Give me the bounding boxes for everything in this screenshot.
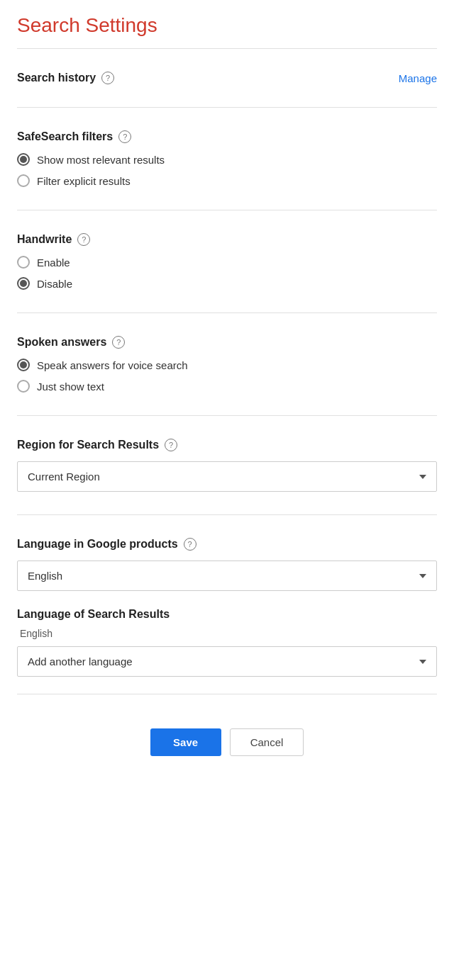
safesearch-radio-0[interactable] xyxy=(17,153,30,166)
divider-4 xyxy=(17,415,437,416)
spoken-option-1[interactable]: Just show text xyxy=(17,380,437,393)
safesearch-radio-inner-0 xyxy=(20,156,27,163)
handwrite-radio-inner-1 xyxy=(20,280,27,287)
buttons-row: Save Cancel xyxy=(17,717,437,767)
handwrite-header: Handwrite ? xyxy=(17,233,437,246)
safesearch-help-icon[interactable]: ? xyxy=(118,130,131,143)
region-selected-value: Current Region xyxy=(28,471,100,483)
handwrite-section: Handwrite ? Enable Disable xyxy=(17,222,437,301)
manage-link[interactable]: Manage xyxy=(399,72,437,84)
language-products-help-icon[interactable]: ? xyxy=(184,538,196,551)
handwrite-label-0: Enable xyxy=(37,257,70,269)
divider-1 xyxy=(17,107,437,108)
safesearch-option-0[interactable]: Show most relevant results xyxy=(17,153,437,166)
handwrite-label-1: Disable xyxy=(37,278,72,290)
language-products-section: Language in Google products ? English xyxy=(17,526,437,602)
search-history-title: Search history xyxy=(17,72,96,84)
safesearch-header: SafeSearch filters ? xyxy=(17,130,437,143)
spoken-answers-title: Spoken answers xyxy=(17,336,106,349)
language-products-chevron-icon xyxy=(419,574,426,578)
search-history-section: Search history ? Manage xyxy=(17,60,437,96)
handwrite-title: Handwrite xyxy=(17,233,72,246)
handwrite-radio-0[interactable] xyxy=(17,256,30,269)
spoken-answers-header: Spoken answers ? xyxy=(17,336,437,349)
language-results-section: Language of Search Results English Add a… xyxy=(17,602,437,677)
spoken-radio-inner-0 xyxy=(20,361,27,368)
safesearch-option-1[interactable]: Filter explicit results xyxy=(17,174,437,187)
spoken-radio-0[interactable] xyxy=(17,359,30,371)
divider-3 xyxy=(17,312,437,313)
add-language-chevron-icon xyxy=(419,660,426,664)
region-chevron-icon xyxy=(419,475,426,479)
page-container: Search Settings Search history ? Manage … xyxy=(0,0,454,796)
spoken-label-0: Speak answers for voice search xyxy=(37,359,188,371)
region-section: Region for Search Results ? Current Regi… xyxy=(17,427,437,503)
spoken-answers-section: Spoken answers ? Speak answers for voice… xyxy=(17,325,437,404)
handwrite-option-0[interactable]: Enable xyxy=(17,256,437,269)
region-select[interactable]: Current Region xyxy=(17,461,437,492)
handwrite-radio-1[interactable] xyxy=(17,277,30,290)
region-help-icon[interactable]: ? xyxy=(165,439,177,451)
page-title: Search Settings xyxy=(17,14,437,37)
safesearch-label-1: Filter explicit results xyxy=(37,175,131,187)
safesearch-label-0: Show most relevant results xyxy=(37,154,165,166)
search-history-header: Search history ? Manage xyxy=(17,72,437,84)
language-products-header: Language in Google products ? xyxy=(17,538,437,551)
safesearch-radio-1[interactable] xyxy=(17,174,30,187)
divider-bottom xyxy=(17,694,437,694)
add-language-label: Add another language xyxy=(28,655,133,668)
handwrite-help-icon[interactable]: ? xyxy=(77,233,90,246)
region-title: Region for Search Results xyxy=(17,439,159,451)
divider-5 xyxy=(17,514,437,515)
add-language-select[interactable]: Add another language xyxy=(17,646,437,677)
safesearch-section: SafeSearch filters ? Show most relevant … xyxy=(17,119,437,198)
language-products-selected-value: English xyxy=(28,570,62,582)
search-history-title-group: Search history ? xyxy=(17,72,399,84)
language-results-current: English xyxy=(20,628,437,639)
divider-2 xyxy=(17,210,437,210)
title-divider xyxy=(17,48,437,49)
spoken-radio-1[interactable] xyxy=(17,380,30,393)
language-products-title: Language in Google products xyxy=(17,538,178,551)
spoken-option-0[interactable]: Speak answers for voice search xyxy=(17,359,437,371)
spoken-label-1: Just show text xyxy=(37,381,104,393)
cancel-button[interactable]: Cancel xyxy=(230,728,304,756)
region-header: Region for Search Results ? xyxy=(17,439,437,451)
language-products-select[interactable]: English xyxy=(17,561,437,591)
search-history-help-icon[interactable]: ? xyxy=(101,72,114,84)
handwrite-option-1[interactable]: Disable xyxy=(17,277,437,290)
language-results-title: Language of Search Results xyxy=(17,608,437,621)
safesearch-title: SafeSearch filters xyxy=(17,130,113,143)
spoken-answers-help-icon[interactable]: ? xyxy=(112,336,125,349)
save-button[interactable]: Save xyxy=(150,728,221,756)
